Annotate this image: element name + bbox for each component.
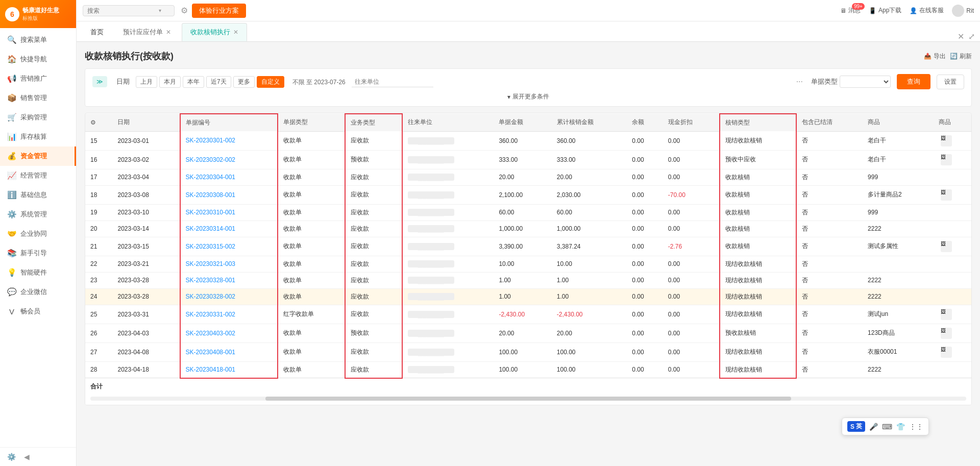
unit-input[interactable]	[352, 77, 433, 87]
table-row[interactable]: 17 2023-03-04 SK-20230304-001 收款单 应收款 ██…	[85, 169, 971, 185]
ime-shirt-icon[interactable]: 👕	[896, 423, 905, 431]
sn-link[interactable]: SK-20230308-001	[186, 191, 235, 199]
table-row[interactable]: 19 2023-03-10 SK-20230310-001 收款单 应收款 ██…	[85, 204, 971, 220]
export-button[interactable]: 📤 导出	[924, 52, 946, 61]
table-row[interactable]: 16 2023-03-02 SK-20230302-002 收款单 预收款 ██…	[85, 150, 971, 169]
tab-home[interactable]: 首页	[82, 23, 112, 41]
sidebar-item-marketing[interactable]: 📢营销推广	[0, 69, 76, 88]
table-row[interactable]: 26 2023-04-03 SK-20230403-002 收款单 预收款 ██…	[85, 324, 971, 342]
collapse-icon[interactable]: ◀	[24, 453, 30, 461]
table-row[interactable]: 22 2023-03-21 SK-20230321-003 收款单 应收款 ██…	[85, 256, 971, 272]
sn-link[interactable]: SK-20230331-002	[186, 311, 235, 318]
cell-no: 18	[85, 185, 112, 204]
cell-sn: SK-20230314-001	[180, 220, 278, 237]
sidebar-item-member[interactable]: V畅会员	[0, 302, 76, 321]
horizontal-scrollbar[interactable]	[90, 397, 966, 401]
gear-icon[interactable]: ⚙	[181, 6, 188, 15]
table-row[interactable]: 21 2023-03-15 SK-20230315-002 收款单 应收款 ██…	[85, 237, 971, 256]
table-row[interactable]: 28 2023-04-18 SK-20230418-001 收款单 应收款 ██…	[85, 361, 971, 378]
expand-filter-button[interactable]: ▾ 展开更多条件	[92, 92, 964, 101]
sn-link[interactable]: SK-20230328-002	[186, 293, 235, 300]
search-dropdown-icon[interactable]: ▾	[159, 8, 161, 13]
sidebar-item-wechat[interactable]: 💬企业微信	[0, 282, 76, 302]
sn-link[interactable]: SK-20230408-001	[186, 349, 235, 356]
tab-pending[interactable]: 预计应应付单 ✕	[114, 23, 180, 41]
table-row[interactable]: 15 2023-03-01 SK-20230301-002 收款单 应收款 ██…	[85, 131, 971, 150]
ime-mic-icon[interactable]: 🎤	[869, 423, 878, 431]
filter-settings-button[interactable]: 设置	[937, 75, 964, 89]
tab-receipts[interactable]: 收款核销执行 ✕	[182, 23, 247, 41]
filter-toggle-button[interactable]: ≫	[92, 76, 107, 87]
sn-link[interactable]: SK-20230321-003	[186, 260, 235, 267]
cell-settled: 否	[796, 272, 863, 288]
ime-grid-icon[interactable]: ⋮⋮	[909, 423, 923, 431]
content-area: 收款核销执行(按收款) 📤 导出 🔄 刷新 ≫ 日期 上月 本月	[77, 42, 980, 466]
this-month-btn[interactable]: 本月	[159, 76, 181, 88]
sn-link[interactable]: SK-20230304-001	[186, 174, 235, 181]
cell-sn: SK-20230308-001	[180, 185, 278, 204]
cell-discount: 0.00	[663, 256, 720, 272]
sidebar-item-system[interactable]: ⚙️系统管理	[0, 205, 76, 224]
sn-link[interactable]: SK-20230328-001	[186, 277, 235, 284]
cell-date: 2023-03-04	[112, 169, 180, 185]
cell-date: 2023-03-21	[112, 256, 180, 272]
cell-biz-type: 应收款	[345, 256, 402, 272]
ime-keyboard-icon[interactable]: ⌨	[882, 423, 892, 431]
data-table: ⚙ 日期 单据编号 单据类型 业务类型 往来单位 单据金额 累计核销金额 余额 …	[85, 113, 972, 405]
scrollbar-thumb[interactable]	[265, 397, 791, 401]
sn-link[interactable]: SK-20230403-002	[186, 330, 235, 337]
doc-type-select[interactable]	[840, 76, 891, 88]
table-row[interactable]: 27 2023-04-08 SK-20230408-001 收款单 应收款 ██…	[85, 342, 971, 361]
table-row[interactable]: 18 2023-03-08 SK-20230308-001 收款单 应收款 ██…	[85, 185, 971, 204]
cell-unit: ██████	[402, 237, 494, 256]
sn-link[interactable]: SK-20230301-002	[186, 137, 235, 144]
sidebar-item-basic[interactable]: ℹ️基础信息	[0, 185, 76, 205]
cell-date: 2023-03-28	[112, 272, 180, 288]
sn-link[interactable]: SK-20230314-001	[186, 225, 235, 232]
cell-verify: 收款核销	[720, 185, 797, 204]
sidebar-item-inventory[interactable]: 📊库存核算	[0, 127, 76, 146]
sidebar-item-enterprise[interactable]: 🤝企业协同	[0, 224, 76, 243]
custom-date-btn[interactable]: 自定义	[257, 76, 284, 88]
sidebar-item-sales[interactable]: 📦销售管理	[0, 88, 76, 108]
table-row[interactable]: 20 2023-03-14 SK-20230314-001 收款单 应收款 ██…	[85, 220, 971, 237]
cell-sn: SK-20230331-002	[180, 305, 278, 324]
sidebar-item-label-operation: 经营管理	[20, 171, 47, 180]
sidebar-item-purchase[interactable]: 🛒采购管理	[0, 108, 76, 127]
sn-link[interactable]: SK-20230315-002	[186, 243, 235, 250]
app-download-button[interactable]: 📱 App下载	[869, 6, 901, 15]
solution-button[interactable]: 体验行业方案	[192, 4, 246, 18]
table-row[interactable]: 25 2023-03-31 SK-20230331-002 红字收款单 应收款 …	[85, 305, 971, 324]
sidebar-item-search[interactable]: 🔍搜索菜单	[0, 30, 76, 50]
more-dates-btn[interactable]: 更多	[233, 76, 255, 88]
this-year-btn[interactable]: 本年	[183, 76, 204, 88]
col-verify: 核销类型	[720, 114, 797, 131]
user-menu[interactable]: Rit	[952, 5, 974, 17]
table-row[interactable]: 24 2023-03-28 SK-20230328-002 收款单 应收款 ██…	[85, 288, 971, 305]
sn-link[interactable]: SK-20230418-001	[186, 366, 235, 373]
settings-icon[interactable]: ⚙️	[7, 453, 16, 461]
pending-tab-close[interactable]: ✕	[166, 29, 171, 36]
cell-sn: SK-20230315-002	[180, 237, 278, 256]
receipts-tab-close[interactable]: ✕	[233, 29, 238, 36]
refresh-button[interactable]: 🔄 刷新	[950, 52, 972, 61]
msg-button[interactable]: 🖥 消息 99+	[840, 6, 861, 15]
sn-link[interactable]: SK-20230302-002	[186, 156, 235, 163]
sn-link[interactable]: SK-20230310-001	[186, 209, 235, 216]
sidebar-item-finance[interactable]: 💰资金管理	[0, 146, 76, 166]
sidebar-item-hardware[interactable]: 💡智能硬件	[0, 263, 76, 282]
cell-goods	[863, 256, 934, 272]
search-input[interactable]	[87, 7, 159, 14]
query-button[interactable]: 查询	[897, 74, 930, 89]
cell-discount: 0.00	[663, 150, 720, 169]
sidebar-item-operation[interactable]: 📈经营管理	[0, 166, 76, 185]
cell-doc-type: 收款单	[278, 342, 345, 361]
close-tab-icon[interactable]: ✕	[958, 32, 964, 41]
sidebar-item-guide[interactable]: 📚新手引导	[0, 243, 76, 263]
last-month-btn[interactable]: 上月	[136, 76, 157, 88]
table-row[interactable]: 23 2023-03-28 SK-20230328-001 收款单 应收款 ██…	[85, 272, 971, 288]
last-7days-btn[interactable]: 近7天	[206, 76, 231, 88]
service-button[interactable]: 👤 在线客服	[910, 6, 944, 15]
sidebar-item-quick[interactable]: 🏠快捷导航	[0, 50, 76, 69]
maximize-icon[interactable]: ⤢	[968, 32, 975, 41]
